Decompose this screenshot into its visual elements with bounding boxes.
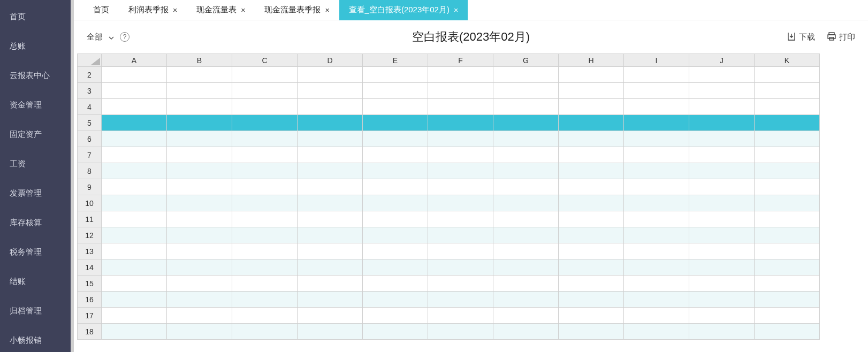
cell-K12[interactable] — [755, 227, 820, 243]
cell-B15[interactable] — [167, 276, 232, 292]
cell-A13[interactable] — [102, 243, 167, 259]
tab-2[interactable]: 现金流量表× — [187, 0, 255, 20]
cell-B9[interactable] — [167, 179, 232, 195]
cell-E17[interactable] — [363, 308, 428, 324]
column-header-A[interactable]: A — [102, 54, 167, 67]
column-header-D[interactable]: D — [298, 54, 363, 67]
cell-F11[interactable] — [428, 211, 493, 227]
cell-I5[interactable] — [624, 115, 689, 131]
cell-G15[interactable] — [493, 276, 559, 292]
row-header-14[interactable]: 14 — [78, 259, 102, 276]
cell-B14[interactable] — [167, 259, 232, 276]
cell-F17[interactable] — [428, 308, 493, 324]
cell-J4[interactable] — [689, 99, 755, 115]
cell-F7[interactable] — [428, 147, 493, 163]
cell-E11[interactable] — [363, 211, 428, 227]
cell-B12[interactable] — [167, 227, 232, 243]
cell-D8[interactable] — [298, 163, 363, 179]
cell-A5[interactable] — [102, 115, 167, 131]
cell-G14[interactable] — [493, 259, 559, 276]
row-header-6[interactable]: 6 — [78, 131, 102, 147]
column-header-H[interactable]: H — [559, 54, 624, 67]
cell-C2[interactable] — [232, 67, 298, 83]
cell-K7[interactable] — [755, 147, 820, 163]
sidebar-item-6[interactable]: 发票管理 — [0, 179, 71, 208]
cell-D4[interactable] — [298, 99, 363, 115]
cell-D9[interactable] — [298, 179, 363, 195]
tab-4[interactable]: 查看_空白报表(2023年02月)× — [339, 0, 468, 20]
cell-I9[interactable] — [624, 179, 689, 195]
cell-K17[interactable] — [755, 308, 820, 324]
cell-D17[interactable] — [298, 308, 363, 324]
cell-D15[interactable] — [298, 276, 363, 292]
cell-A9[interactable] — [102, 179, 167, 195]
cell-G2[interactable] — [493, 67, 559, 83]
cell-F18[interactable] — [428, 324, 493, 340]
cell-K15[interactable] — [755, 276, 820, 292]
cell-H2[interactable] — [559, 67, 624, 83]
cell-H17[interactable] — [559, 308, 624, 324]
sidebar-item-10[interactable]: 归档管理 — [0, 296, 71, 326]
cell-H12[interactable] — [559, 227, 624, 243]
column-header-I[interactable]: I — [624, 54, 689, 67]
cell-I6[interactable] — [624, 131, 689, 147]
cell-K8[interactable] — [755, 163, 820, 179]
cell-J17[interactable] — [689, 308, 755, 324]
close-icon[interactable]: × — [454, 6, 458, 14]
cell-B10[interactable] — [167, 195, 232, 211]
column-header-B[interactable]: B — [167, 54, 232, 67]
cell-B8[interactable] — [167, 163, 232, 179]
cell-C17[interactable] — [232, 308, 298, 324]
cell-E4[interactable] — [363, 99, 428, 115]
cell-B16[interactable] — [167, 292, 232, 308]
cell-C15[interactable] — [232, 276, 298, 292]
cell-A6[interactable] — [102, 131, 167, 147]
cell-A15[interactable] — [102, 276, 167, 292]
cell-K14[interactable] — [755, 259, 820, 276]
cell-G8[interactable] — [493, 163, 559, 179]
row-header-3[interactable]: 3 — [78, 83, 102, 99]
cell-J9[interactable] — [689, 179, 755, 195]
cell-H10[interactable] — [559, 195, 624, 211]
cell-D18[interactable] — [298, 324, 363, 340]
cell-D11[interactable] — [298, 211, 363, 227]
tab-3[interactable]: 现金流量表季报× — [255, 0, 339, 20]
cell-C6[interactable] — [232, 131, 298, 147]
cell-F5[interactable] — [428, 115, 493, 131]
cell-E7[interactable] — [363, 147, 428, 163]
cell-G12[interactable] — [493, 227, 559, 243]
cell-B5[interactable] — [167, 115, 232, 131]
cell-I16[interactable] — [624, 292, 689, 308]
cell-E8[interactable] — [363, 163, 428, 179]
row-header-13[interactable]: 13 — [78, 243, 102, 259]
cell-I18[interactable] — [624, 324, 689, 340]
cell-H5[interactable] — [559, 115, 624, 131]
cell-E2[interactable] — [363, 67, 428, 83]
cell-F14[interactable] — [428, 259, 493, 276]
cell-D16[interactable] — [298, 292, 363, 308]
cell-B6[interactable] — [167, 131, 232, 147]
cell-G17[interactable] — [493, 308, 559, 324]
sidebar-item-2[interactable]: 云报表中心 — [0, 61, 71, 90]
row-header-10[interactable]: 10 — [78, 195, 102, 211]
cell-I3[interactable] — [624, 83, 689, 99]
cell-I15[interactable] — [624, 276, 689, 292]
cell-H3[interactable] — [559, 83, 624, 99]
cell-D10[interactable] — [298, 195, 363, 211]
row-header-17[interactable]: 17 — [78, 308, 102, 324]
cell-B3[interactable] — [167, 83, 232, 99]
cell-G7[interactable] — [493, 147, 559, 163]
cell-G3[interactable] — [493, 83, 559, 99]
cell-I4[interactable] — [624, 99, 689, 115]
cell-I10[interactable] — [624, 195, 689, 211]
cell-J15[interactable] — [689, 276, 755, 292]
cell-E13[interactable] — [363, 243, 428, 259]
sidebar-item-4[interactable]: 固定资产 — [0, 120, 71, 149]
cell-J13[interactable] — [689, 243, 755, 259]
cell-G4[interactable] — [493, 99, 559, 115]
cell-E6[interactable] — [363, 131, 428, 147]
cell-E3[interactable] — [363, 83, 428, 99]
column-header-C[interactable]: C — [232, 54, 298, 67]
row-header-8[interactable]: 8 — [78, 163, 102, 179]
cell-J18[interactable] — [689, 324, 755, 340]
